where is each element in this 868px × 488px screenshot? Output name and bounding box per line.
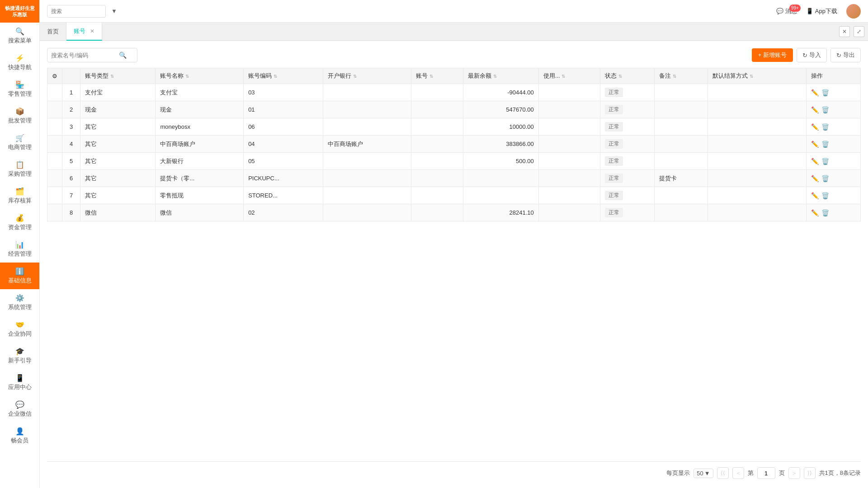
tab-home[interactable]: 首页 — [40, 23, 66, 41]
sidebar-item-search[interactable]: 🔍 搜索菜单 — [0, 23, 39, 49]
delete-icon[interactable]: 🗑️ — [821, 89, 829, 96]
table-row: 8 微信 微信 02 28241.10 正常 ✏️ 🗑️ — [47, 204, 861, 221]
row-remark — [655, 153, 708, 170]
tab-expand-btn[interactable]: ⤢ — [854, 26, 864, 37]
delete-icon[interactable]: 🗑️ — [821, 175, 829, 182]
delete-icon[interactable]: 🗑️ — [821, 123, 829, 131]
per-page-select[interactable]: 50 ▼ — [693, 469, 713, 478]
row-checkbox[interactable] — [47, 136, 62, 153]
sidebar-item-business[interactable]: 📊 经营管理 — [0, 236, 39, 263]
delete-icon[interactable]: 🗑️ — [821, 141, 829, 148]
row-actions: ✏️ 🗑️ — [806, 153, 860, 170]
row-checkbox[interactable] — [47, 118, 62, 136]
row-bank — [323, 84, 411, 101]
sidebar-item-quicknav[interactable]: ⚡ 快捷导航 — [0, 49, 39, 76]
row-checkbox[interactable] — [47, 153, 62, 170]
delete-icon[interactable]: 🗑️ — [821, 106, 829, 113]
type-col-header[interactable]: 账号类型 ⇅ — [80, 68, 156, 84]
last-page-btn[interactable]: ⟩⟩ — [804, 467, 816, 479]
import-btn[interactable]: ↻ 导入 — [797, 48, 827, 62]
sidebar-item-appcenter[interactable]: 📱 应用中心 — [0, 369, 39, 396]
row-checkbox[interactable] — [47, 204, 62, 221]
row-balance — [463, 187, 538, 204]
bank-col-label: 开户银行 — [328, 72, 351, 79]
row-settlement — [708, 84, 807, 101]
app-download-btn[interactable]: 📱 App下载 — [806, 7, 837, 15]
sidebar-item-wholesale[interactable]: 📦 批发管理 — [0, 103, 39, 129]
content-area: 🔍 + 新增账号 ↻ 导入 ↻ 导出 ⚙ — [40, 41, 868, 488]
edit-icon[interactable]: ✏️ — [811, 158, 819, 165]
top-search-input[interactable] — [47, 5, 106, 18]
tab-account[interactable]: 账号 ✕ — [66, 23, 102, 41]
edit-icon[interactable]: ✏️ — [811, 89, 819, 96]
sidebar-item-system[interactable]: ⚙️ 系统管理 — [0, 289, 39, 316]
edit-icon[interactable]: ✏️ — [811, 175, 819, 182]
edit-icon[interactable]: ✏️ — [811, 192, 819, 199]
sidebar-item-label: 电商管理 — [8, 143, 32, 151]
remark-col-header[interactable]: 备注 ⇅ — [655, 68, 708, 84]
sidebar-item-guide[interactable]: 🎓 新手引导 — [0, 343, 39, 369]
code-col-header[interactable]: 账号编码 ⇅ — [244, 68, 323, 84]
add-account-btn[interactable]: + 新增账号 — [752, 48, 793, 62]
sidebar-item-member[interactable]: 👤 畅会员 — [0, 422, 39, 449]
next-page-btn[interactable]: ＞ — [788, 467, 800, 479]
row-checkbox[interactable] — [47, 84, 62, 101]
delete-icon[interactable]: 🗑️ — [821, 158, 829, 165]
message-btn[interactable]: 💬 消息 99+ — [776, 7, 797, 15]
sidebar-item-retail[interactable]: 🏪 零售管理 — [0, 76, 39, 103]
row-checkbox[interactable] — [47, 187, 62, 204]
row-status: 正常 — [600, 118, 655, 136]
first-page-btn[interactable]: ⟨⟨ — [717, 467, 729, 479]
settlement-col-header[interactable]: 默认结算方式 ⇅ — [708, 68, 807, 84]
status-badge: 正常 — [605, 174, 623, 183]
delete-icon[interactable]: 🗑️ — [821, 192, 829, 199]
edit-icon[interactable]: ✏️ — [811, 123, 819, 131]
tab-close-all-btn[interactable]: ✕ — [839, 26, 850, 37]
sidebar-item-collaboration[interactable]: 🤝 企业协同 — [0, 316, 39, 343]
tab-close-btn[interactable]: ✕ — [90, 28, 94, 34]
sidebar-item-wework[interactable]: 💬 企业微信 — [0, 396, 39, 422]
status-badge: 正常 — [605, 88, 623, 97]
action-col-header: 操作 — [806, 68, 860, 84]
account-col-header[interactable]: 账号 ⇅ — [411, 68, 463, 84]
balance-col-header[interactable]: 最新余额 ⇅ — [463, 68, 538, 84]
row-status: 正常 — [600, 101, 655, 118]
name-col-header[interactable]: 账号名称 ⇅ — [156, 68, 244, 84]
search-wrap: 🔍 — [47, 48, 137, 62]
user-avatar[interactable] — [846, 4, 861, 19]
sort-icon: ⇅ — [618, 74, 622, 79]
row-name: moneybosx — [156, 118, 244, 136]
page-input[interactable] — [757, 467, 775, 479]
sidebar-item-ecommerce[interactable]: 🛒 电商管理 — [0, 129, 39, 156]
edit-icon[interactable]: ✏️ — [811, 141, 819, 148]
row-remark: 提货卡 — [655, 170, 708, 187]
status-col-header[interactable]: 状态 ⇅ — [600, 68, 655, 84]
row-account — [411, 118, 463, 136]
edit-icon[interactable]: ✏️ — [811, 106, 819, 113]
search-icon[interactable]: 🔍 — [119, 52, 127, 59]
export-btn[interactable]: ↻ 导出 — [830, 48, 861, 62]
sidebar-item-purchase[interactable]: 📋 采购管理 — [0, 156, 39, 183]
status-badge: 正常 — [605, 191, 623, 200]
settings-col-header[interactable]: ⚙ — [47, 68, 62, 84]
chevron-down-icon: ▼ — [704, 470, 710, 477]
row-type: 其它 — [80, 118, 156, 136]
settlement-col-label: 默认结算方式 — [712, 72, 748, 79]
search-input[interactable] — [51, 52, 119, 59]
row-checkbox[interactable] — [47, 101, 62, 118]
delete-icon[interactable]: 🗑️ — [821, 209, 829, 216]
bank-col-header[interactable]: 开户银行 ⇅ — [323, 68, 411, 84]
dropdown-btn[interactable]: ▼ — [111, 8, 117, 14]
row-account — [411, 136, 463, 153]
sidebar-item-inventory[interactable]: 🗂️ 库存核算 — [0, 183, 39, 209]
import-icon: ↻ — [802, 52, 807, 59]
edit-icon[interactable]: ✏️ — [811, 209, 819, 216]
usage-col-header[interactable]: 使用... ⇅ — [538, 68, 600, 84]
row-name: 支付宝 — [156, 84, 244, 101]
sidebar-item-finance[interactable]: 💰 资金管理 — [0, 209, 39, 236]
row-actions: ✏️ 🗑️ — [806, 84, 860, 101]
row-checkbox[interactable] — [47, 170, 62, 187]
prev-page-btn[interactable]: ＜ — [732, 467, 744, 479]
sidebar-item-basic-info[interactable]: ℹ️ 基础信息 — [0, 263, 39, 289]
logo-text: 畅捷通好生意乐惠版 — [5, 5, 35, 18]
